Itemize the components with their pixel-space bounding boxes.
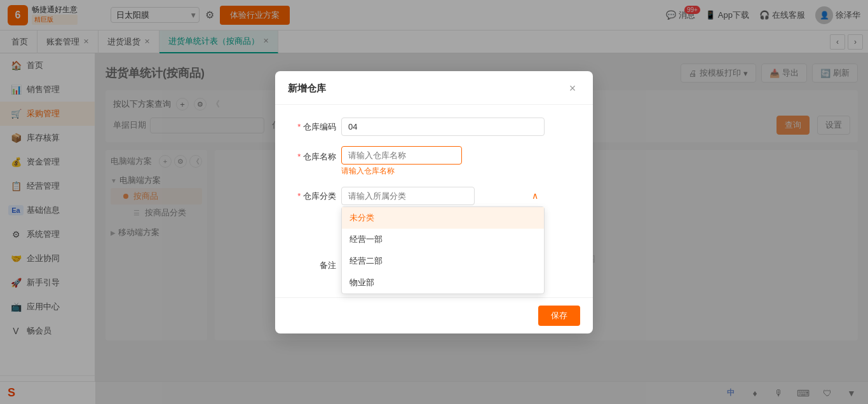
name-error-msg: 请输入仓库名称 [290, 166, 395, 177]
form-row-code: 仓库编码 [290, 118, 578, 136]
dropdown-item-unclassified[interactable]: 未分类 [342, 207, 544, 229]
form-row-name: 仓库名称 请输入仓库名称 [290, 146, 578, 177]
name-input[interactable] [341, 146, 462, 165]
name-label: 仓库名称 [290, 147, 341, 163]
modal-body: 仓库编码 仓库名称 请输入仓库名称 仓库分类 ∧ 未分类 [275, 105, 593, 297]
dropdown-item-dept2[interactable]: 经营二部 [342, 250, 544, 272]
modal-close-button[interactable]: × [565, 81, 580, 97]
code-input[interactable] [341, 118, 545, 136]
dropdown-item-dept1[interactable]: 经营一部 [342, 229, 544, 250]
code-label: 仓库编码 [290, 118, 341, 133]
form-row-category: 仓库分类 ∧ 未分类 经营一部 经营二部 物业部 [290, 187, 578, 205]
note-label: 备注 [290, 256, 341, 271]
modal-title: 新增仓库 [288, 83, 326, 95]
modal-new-warehouse: 新增仓库 × 仓库编码 仓库名称 请输入仓库名称 仓库分类 [275, 71, 593, 333]
modal-footer: 保存 [275, 297, 593, 333]
dropdown-item-property[interactable]: 物业部 [342, 272, 544, 293]
category-dropdown-list: 未分类 经营一部 经营二部 物业部 [341, 206, 545, 294]
category-input[interactable] [341, 187, 475, 205]
category-dropdown-arrow: ∧ [532, 191, 538, 201]
modal-overlay: 新增仓库 × 仓库编码 仓库名称 请输入仓库名称 仓库分类 [0, 0, 868, 404]
save-button[interactable]: 保存 [538, 306, 580, 326]
modal-header: 新增仓库 × [275, 71, 593, 105]
category-label: 仓库分类 [290, 187, 341, 202]
